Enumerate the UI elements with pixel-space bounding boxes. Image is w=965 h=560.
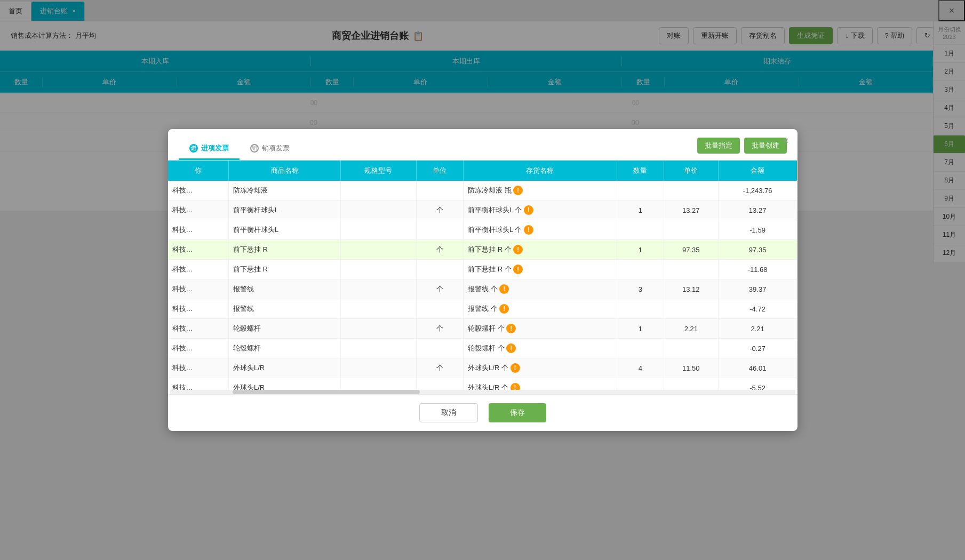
td-amount: -1.59 xyxy=(718,220,797,240)
td-qty: 1 xyxy=(617,319,664,339)
td-unit xyxy=(416,220,463,240)
td-amount: -5.52 xyxy=(718,378,797,390)
th-spec: 规格型号 xyxy=(341,161,417,181)
td-company: 科技… xyxy=(168,220,229,240)
td-unit xyxy=(416,299,463,319)
warn-icon: ! xyxy=(513,245,523,254)
warn-icon: ! xyxy=(524,205,533,215)
td-spec xyxy=(341,220,417,240)
td-qty xyxy=(617,220,664,240)
th-unit: 单位 xyxy=(416,161,463,181)
table-row: 科技… 前下悬挂 R 个 前下悬挂 R 个 ! 1 97.35 97.35 xyxy=(168,240,797,260)
td-unit: 个 xyxy=(416,201,463,220)
td-unit xyxy=(416,260,463,279)
warn-icon: ! xyxy=(511,363,520,373)
td-price: 13.12 xyxy=(664,279,718,299)
td-qty xyxy=(617,339,664,358)
incoming-invoice-label: 进项发票 xyxy=(201,143,229,153)
td-qty xyxy=(617,181,664,201)
td-unit: 个 xyxy=(416,240,463,260)
th-company: 你 xyxy=(168,161,229,181)
save-button[interactable]: 保存 xyxy=(489,403,546,422)
warn-icon: ! xyxy=(499,284,509,294)
modal-close-button[interactable]: × xyxy=(783,135,789,147)
td-product: 前平衡杆球头L xyxy=(229,220,341,240)
invoice-table: 你 商品名称 规格型号 单位 存货名称 数量 单价 金额 科技… 防冻冷却液 xyxy=(168,161,797,390)
th-inventory: 存货名称 xyxy=(464,161,617,181)
td-unit xyxy=(416,339,463,358)
td-qty xyxy=(617,299,664,319)
table-row: 科技… 报警线 个 报警线 个 ! 3 13.12 39.37 xyxy=(168,279,797,299)
td-spec xyxy=(341,240,417,260)
td-price: 13.27 xyxy=(664,201,718,220)
td-product: 报警线 xyxy=(229,279,341,299)
td-price xyxy=(664,220,718,240)
td-unit: 个 xyxy=(416,358,463,378)
td-amount: 97.35 xyxy=(718,240,797,260)
td-company: 科技… xyxy=(168,299,229,319)
td-product: 前下悬挂 R xyxy=(229,240,341,260)
td-company: 科技… xyxy=(168,339,229,358)
warn-icon: ! xyxy=(513,186,523,195)
td-spec xyxy=(341,358,417,378)
td-unit: 个 xyxy=(416,279,463,299)
incoming-invoice-icon: 进 xyxy=(189,144,198,153)
td-inventory: 防冻冷却液 瓶 ! xyxy=(464,181,617,201)
td-amount: -11.68 xyxy=(718,260,797,279)
td-spec xyxy=(341,299,417,319)
td-company: 科技… xyxy=(168,319,229,339)
warn-icon: ! xyxy=(506,324,516,333)
modal-footer: 取消 保存 xyxy=(168,394,797,431)
td-qty xyxy=(617,378,664,390)
td-amount: -0.27 xyxy=(718,339,797,358)
td-qty: 4 xyxy=(617,358,664,378)
td-unit: 个 xyxy=(416,319,463,339)
td-spec xyxy=(341,378,417,390)
td-spec xyxy=(341,181,417,201)
td-spec xyxy=(341,319,417,339)
table-row: 科技… 外球头L/R 外球头L/R 个 ! -5.52 xyxy=(168,378,797,390)
tab-incoming-invoice[interactable]: 进 进项发票 xyxy=(179,138,240,160)
modal-overlay: 进 进项发票 销 销项发票 批量指定 批量创建 × xyxy=(0,0,965,560)
td-product: 防冻冷却液 xyxy=(229,181,341,201)
batch-assign-button[interactable]: 批量指定 xyxy=(697,138,740,154)
td-inventory: 前平衡杆球头L 个 ! xyxy=(464,201,617,220)
td-company: 科技… xyxy=(168,201,229,220)
td-amount: 46.01 xyxy=(718,358,797,378)
th-qty: 数量 xyxy=(617,161,664,181)
td-amount: 39.37 xyxy=(718,279,797,299)
warn-icon: ! xyxy=(499,304,509,314)
td-price xyxy=(664,378,718,390)
td-inventory: 前平衡杆球头L 个 ! xyxy=(464,220,617,240)
invoice-modal: 进 进项发票 销 销项发票 批量指定 批量创建 × xyxy=(168,129,797,431)
td-product: 轮毂螺杆 xyxy=(229,339,341,358)
td-inventory: 外球头L/R 个 ! xyxy=(464,378,617,390)
td-amount: -4.72 xyxy=(718,299,797,319)
td-product: 外球头L/R xyxy=(229,378,341,390)
td-qty xyxy=(617,260,664,279)
td-price xyxy=(664,299,718,319)
td-company: 科技… xyxy=(168,358,229,378)
td-amount: 13.27 xyxy=(718,201,797,220)
td-qty: 3 xyxy=(617,279,664,299)
td-price xyxy=(664,260,718,279)
td-amount: -1,243.76 xyxy=(718,181,797,201)
table-row: 科技… 外球头L/R 个 外球头L/R 个 ! 4 11.50 46.01 xyxy=(168,358,797,378)
td-product: 前平衡杆球头L xyxy=(229,201,341,220)
warn-icon: ! xyxy=(506,343,516,353)
td-spec xyxy=(341,201,417,220)
warn-icon: ! xyxy=(511,383,520,390)
warn-icon: ! xyxy=(524,225,533,235)
td-product: 外球头L/R xyxy=(229,358,341,378)
td-product: 轮毂螺杆 xyxy=(229,319,341,339)
modal-header-actions: 批量指定 批量创建 xyxy=(697,138,787,160)
modal-body: 你 商品名称 规格型号 单位 存货名称 数量 单价 金额 科技… 防冻冷却液 xyxy=(168,161,797,390)
tab-outgoing-invoice[interactable]: 销 销项发票 xyxy=(240,138,300,160)
table-row: 科技… 前平衡杆球头L 个 前平衡杆球头L 个 ! 1 13.27 13.27 xyxy=(168,201,797,220)
batch-create-button[interactable]: 批量创建 xyxy=(744,138,787,154)
cancel-button[interactable]: 取消 xyxy=(419,403,478,422)
td-price xyxy=(664,339,718,358)
td-price: 97.35 xyxy=(664,240,718,260)
td-company: 科技… xyxy=(168,240,229,260)
table-header-row: 你 商品名称 规格型号 单位 存货名称 数量 单价 金额 xyxy=(168,161,797,181)
